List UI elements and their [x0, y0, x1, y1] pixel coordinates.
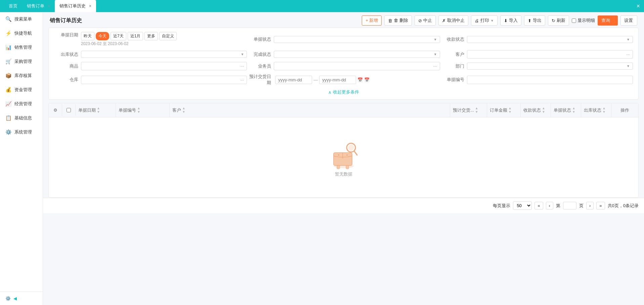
filter-row-3: 商品 ··· 业务员 ··· 部门	[54, 62, 633, 70]
import-button[interactable]: ⬇ 导入	[500, 15, 521, 26]
search-menu-icon: 🔍	[5, 16, 12, 22]
svg-rect-9	[346, 165, 349, 169]
sidebar-item-capital-mgmt[interactable]: 💰 资金管理	[0, 83, 43, 97]
sidebar-item-sales-mgmt-label: 销售管理	[14, 44, 32, 50]
tab-sales-order-history[interactable]: 销售订单历史 ×	[55, 0, 96, 12]
prev-page-btn[interactable]: ‹	[546, 202, 553, 209]
sidebar-item-purchase-mgmt-label: 采购管理	[14, 59, 32, 65]
settings-gear-icon[interactable]: ⚙	[53, 108, 57, 113]
page-number-input[interactable]: 1	[563, 202, 576, 209]
empty-text: 暂无数据	[335, 171, 352, 177]
collection-status-arrow: ▼	[627, 38, 630, 41]
date-btn-more[interactable]: 更多	[144, 32, 158, 40]
sidebar-item-search-menu[interactable]: 🔍 搜索菜单	[0, 12, 43, 26]
page-size-select[interactable]: 20 50 100	[513, 201, 532, 210]
date-btn-yesterday[interactable]: 昨天	[81, 32, 94, 40]
tab-sales-order-history-close[interactable]: ×	[89, 4, 91, 8]
filter-area: 单据日期 昨天 今天 近7天 近1月 更多 自定义 2023-06-02 至 2…	[48, 28, 639, 100]
query-button[interactable]: 查询	[598, 15, 618, 26]
display-detail-label: 显示明细	[577, 17, 595, 24]
salesperson-dots: ···	[433, 64, 437, 69]
stop-icon: ⊘	[418, 18, 422, 23]
status-arrow: ▼	[434, 38, 437, 41]
tab-home[interactable]: 首页	[4, 0, 22, 12]
sidebar-item-base-info-label: 基础信息	[14, 115, 32, 121]
tab-sales-order-close[interactable]: ×	[48, 4, 50, 8]
customer-label: 客户	[440, 51, 467, 58]
customer-input[interactable]: ···	[467, 50, 633, 59]
product-input[interactable]: ···	[81, 62, 247, 70]
salesperson-input[interactable]: ···	[274, 62, 440, 70]
warehouse-input[interactable]: ···	[81, 76, 247, 84]
collection-status-select[interactable]: ▼	[467, 36, 633, 43]
print-button[interactable]: 🖨 打印 ▼	[471, 15, 498, 26]
date-btn-7days[interactable]: 近7天	[111, 32, 126, 40]
th-date-label: 单据日期	[78, 107, 96, 113]
add-button[interactable]: + 新增	[362, 15, 382, 26]
th-check[interactable]	[62, 105, 76, 116]
sort-num-icon[interactable]: ▲▼	[137, 107, 140, 114]
refresh-button[interactable]: ↻ 刷新	[548, 15, 569, 26]
export-button[interactable]: ⬆ 导出	[524, 15, 545, 26]
date-btn-today[interactable]: 今天	[96, 32, 109, 40]
collapse-btn[interactable]: ∧ 收起更多条件	[54, 89, 633, 95]
sort-bill-status-icon[interactable]: ▲▼	[572, 107, 575, 114]
tab-sales-order[interactable]: 销售订单 ×	[22, 0, 55, 12]
first-page-btn[interactable]: «	[534, 202, 543, 209]
th-num-label: 单据编号	[119, 107, 136, 113]
settings-button[interactable]: 设置	[620, 15, 637, 26]
check-all-input[interactable]	[67, 108, 71, 112]
base-info-icon: 📋	[5, 115, 12, 121]
window-close-btn[interactable]: ×	[636, 3, 640, 10]
total-info: 共0页，0条记录	[608, 203, 639, 209]
sidebar-item-base-info[interactable]: 📋 基础信息	[0, 111, 43, 125]
sidebar-item-sales-mgmt[interactable]: 📊 销售管理	[0, 40, 43, 54]
sort-customer-icon[interactable]: ▲▼	[182, 107, 185, 114]
sort-amount-icon[interactable]: ▲▼	[508, 107, 512, 114]
sales-mgmt-icon: 📊	[5, 44, 12, 50]
last-page-btn[interactable]: »	[596, 202, 605, 209]
delivery-date-end[interactable]	[319, 76, 356, 84]
sidebar-item-system-mgmt[interactable]: ⚙️ 系统管理	[0, 125, 43, 139]
delete-button[interactable]: 🗑 🗑 删除	[384, 15, 412, 26]
sidebar-item-inventory[interactable]: 📦 库存核算	[0, 69, 43, 83]
th-settings[interactable]: ⚙	[49, 104, 62, 116]
sidebar-item-purchase-mgmt[interactable]: 🛒 采购管理	[0, 54, 43, 69]
th-operation: 操作	[611, 104, 638, 117]
outbound-status-select[interactable]: ▼	[81, 51, 247, 58]
collapse-icon: ∧	[328, 90, 332, 95]
sort-delivery-icon[interactable]: ▲▼	[475, 107, 478, 114]
next-page-btn[interactable]: ›	[586, 202, 594, 209]
tab-sales-order-label: 销售订单	[27, 3, 44, 9]
customer-dots: ···	[626, 52, 630, 57]
th-payment-status-label: 收款状态	[523, 107, 541, 113]
status-select[interactable]: ▼	[274, 36, 440, 43]
sidebar-item-quick-nav[interactable]: ⚡ 快捷导航	[0, 26, 43, 40]
cancel-stop-button[interactable]: ✗ 取消中止	[438, 15, 468, 26]
display-detail-checkbox[interactable]: 显示明细	[572, 17, 595, 24]
date-btn-custom[interactable]: 自定义	[159, 32, 177, 40]
stop-button[interactable]: ⊘ 中止	[415, 15, 436, 26]
order-num-input[interactable]	[467, 76, 633, 84]
delete-icon: 🗑	[388, 18, 392, 23]
page-size-label: 每页显示	[493, 203, 510, 209]
page-label-after: 页	[579, 203, 584, 209]
date-btn-1month[interactable]: 近1月	[128, 32, 143, 40]
capital-mgmt-icon: 💰	[5, 87, 12, 93]
delivery-calendar-icon-end[interactable]: 📅	[364, 77, 370, 82]
display-detail-input[interactable]	[572, 18, 576, 23]
quick-nav-icon: ⚡	[5, 30, 12, 36]
stop-label: 中止	[423, 17, 432, 24]
th-amount: 订单金额 ▲▼	[487, 103, 521, 117]
sidebar-collapse-icon[interactable]: ◀	[13, 296, 17, 301]
sort-warehouse-icon[interactable]: ▲▼	[602, 107, 606, 114]
sidebar-settings-icon[interactable]: ⚙️	[5, 296, 11, 301]
sort-payment-icon[interactable]: ▲▼	[542, 107, 545, 114]
department-select[interactable]: ▼	[467, 63, 633, 70]
main-content: 销售订单历史 + 新增 🗑 🗑 删除 ⊘ 中止 ✗ 取消中止 🖨 打印	[43, 12, 644, 305]
delivery-date-start[interactable]	[275, 76, 312, 84]
sidebar-item-operations-mgmt[interactable]: 📈 经营管理	[0, 97, 43, 111]
sort-date-icon[interactable]: ▲▼	[97, 107, 100, 114]
completion-status-select[interactable]: ▼	[274, 51, 440, 58]
delivery-calendar-icon-start[interactable]: 📅	[357, 77, 363, 82]
